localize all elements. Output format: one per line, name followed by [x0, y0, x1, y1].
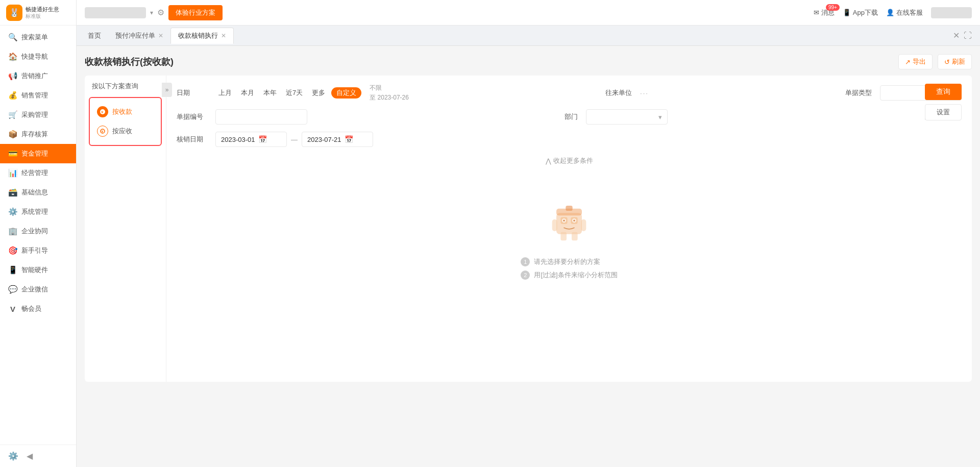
left-panel: 按以下方案查询 ¥ 按收款: [85, 76, 166, 382]
query-btn[interactable]: 查询: [925, 84, 962, 100]
expand-tabs-icon[interactable]: ⛶: [964, 31, 972, 40]
sidebar: 🐰 畅捷通好生意 标准版 🔍 搜索菜单 🏠 快捷导航 📢 营销推广 💰 销售管理…: [0, 0, 77, 467]
sidebar-item-shortcuts[interactable]: 🏠 快捷导航: [0, 47, 76, 66]
export-btn[interactable]: ↗ 导出: [898, 54, 933, 69]
partner-dots[interactable]: ···: [640, 89, 649, 97]
topbar-dropdown-icon[interactable]: ▾: [150, 9, 153, 16]
writeoff-date-start-input[interactable]: 2023-03-01 📅: [215, 132, 287, 147]
sidebar-item-search[interactable]: 🔍 搜索菜单: [0, 28, 76, 47]
sidebar-item-system[interactable]: ⚙️ 系统管理: [0, 202, 76, 222]
search-icon: 🔍: [8, 33, 17, 42]
app-icon: 📱: [843, 9, 851, 16]
doc-no-input[interactable]: [215, 109, 307, 125]
sidebar-item-enterprise[interactable]: 🏢 企业协同: [0, 222, 76, 241]
sidebar-item-purchase[interactable]: 🛒 采购管理: [0, 105, 76, 125]
sales-icon: 💰: [8, 91, 17, 100]
refresh-btn[interactable]: ↺ 刷新: [938, 54, 972, 69]
partner-label: 往来单位: [605, 88, 632, 97]
doc-no-label: 单据编号: [177, 112, 207, 121]
app-download-btn[interactable]: 📱 App下载: [843, 8, 878, 17]
cal-end-icon: 📅: [345, 135, 353, 143]
sidebar-item-operations[interactable]: 📊 经营管理: [0, 163, 76, 183]
date-to-value: 至 2023-07-26: [370, 93, 409, 102]
collapse-more-btn[interactable]: ⋀ 收起更多条件: [541, 154, 598, 167]
messages-btn[interactable]: ✉ 消息 99+: [814, 8, 835, 17]
left-panel-title: 按以下方案查询: [89, 82, 162, 91]
sidebar-item-newbie[interactable]: 🎯 新手引导: [0, 241, 76, 260]
date-label: 日期: [177, 88, 207, 97]
sidebar-logo: 🐰 畅捷通好生意 标准版: [0, 0, 76, 26]
svg-rect-4: [556, 213, 582, 234]
svg-rect-10: [581, 219, 586, 231]
logo-icon: 🐰: [6, 5, 22, 21]
member-icon: V: [8, 305, 17, 313]
industry-btn[interactable]: 体验行业方案: [168, 5, 223, 20]
date-this-month[interactable]: 本月: [238, 87, 257, 99]
left-panel-toggle[interactable]: »: [162, 83, 172, 97]
doc-type-label: 单据类型: [845, 88, 872, 97]
sidebar-item-basic[interactable]: 🗃️ 基础信息: [0, 183, 76, 202]
dept-chevron: ▾: [658, 113, 662, 121]
sidebar-item-wechat[interactable]: 💬 企业微信: [0, 280, 76, 299]
sidebar-item-member[interactable]: V 畅会员: [0, 299, 76, 318]
svg-rect-8: [566, 206, 572, 211]
finance-icon: 💳: [8, 149, 17, 158]
collapse-icon: ⋀: [546, 157, 551, 165]
tabbar: 首页 预付冲应付单 ✕ 收款核销执行 ✕ ✕ ⛶: [77, 26, 980, 46]
writeoff-date-end-input[interactable]: 2023-07-21 📅: [302, 132, 373, 147]
date-custom[interactable]: 自定义: [331, 87, 361, 99]
settings-footer-icon[interactable]: ⚙️: [8, 451, 18, 461]
online-service-btn[interactable]: 👤 在线客服: [886, 8, 923, 17]
purchase-icon: 🛒: [8, 110, 17, 119]
basic-icon: 🗃️: [8, 188, 17, 197]
empty-tips: 1 请先选择要分析的方案 2 用[过滤]条件来缩小分析范围: [521, 257, 617, 280]
home-icon: 🏠: [8, 52, 17, 61]
enterprise-icon: 🏢: [8, 227, 17, 236]
svg-text:¥: ¥: [101, 110, 104, 114]
content-body: 按以下方案查询 ¥ 按收款: [85, 76, 972, 382]
tab-home[interactable]: 首页: [81, 28, 108, 44]
query-scheme-list: ¥ 按收款 ¥ 按应收: [89, 97, 162, 146]
date-this-year[interactable]: 本年: [260, 87, 280, 99]
close-all-tabs-icon[interactable]: ✕: [953, 31, 960, 40]
svg-rect-9: [552, 219, 557, 231]
receivable-scheme-icon: ¥: [97, 126, 108, 137]
query-by-receipt[interactable]: ¥ 按收款: [92, 102, 159, 121]
receipt-scheme-icon: ¥: [97, 106, 108, 117]
empty-tip-2: 2 用[过滤]条件来缩小分析范围: [521, 271, 617, 280]
close-prepay-tab[interactable]: ✕: [158, 32, 163, 39]
tab-writeoff[interactable]: 收款核销执行 ✕: [170, 28, 234, 44]
sidebar-item-finance[interactable]: 💳 资金管理: [0, 144, 76, 163]
collapse-sidebar-icon[interactable]: ◀: [27, 451, 33, 461]
svg-point-15: [563, 220, 565, 222]
wechat-icon: 💬: [8, 285, 17, 294]
hardware-icon: 📱: [8, 265, 17, 275]
empty-illustration: [544, 198, 595, 249]
sidebar-item-inventory[interactable]: 📦 库存核算: [0, 125, 76, 144]
logo-sub: 标准版: [26, 13, 59, 19]
sidebar-item-hardware[interactable]: 📱 智能硬件: [0, 260, 76, 280]
date-range-sep: —: [291, 136, 298, 143]
page-header: 收款核销执行(按收款) ↗ 导出 ↺ 刷新: [85, 54, 972, 69]
service-icon: 👤: [886, 9, 894, 16]
close-writeoff-tab[interactable]: ✕: [221, 32, 226, 39]
cal-start-icon: 📅: [258, 135, 267, 143]
sidebar-item-marketing[interactable]: 📢 营销推广: [0, 66, 76, 86]
empty-state: 1 请先选择要分析的方案 2 用[过滤]条件来缩小分析范围: [177, 167, 962, 310]
date-last-month[interactable]: 上月: [215, 87, 235, 99]
operations-icon: 📊: [8, 168, 17, 178]
setting-btn[interactable]: 设置: [925, 104, 962, 120]
date-more[interactable]: 更多: [309, 87, 328, 99]
tab-prepay[interactable]: 预付冲应付单 ✕: [108, 28, 170, 44]
sidebar-item-sales[interactable]: 💰 销售管理: [0, 86, 76, 105]
dept-select[interactable]: ▾: [586, 109, 668, 125]
topbar: ▾ ⚙ 体验行业方案 ✉ 消息 99+ 📱 App下载 👤 在线客服: [77, 0, 980, 26]
topbar-gear-icon[interactable]: ⚙: [157, 8, 164, 17]
doc-filter-row: 单据编号 部门 ▾ 业务员 ···: [177, 109, 962, 125]
tip-num-2: 2: [521, 271, 530, 280]
topbar-user-info: [931, 7, 972, 18]
query-by-receivable[interactable]: ¥ 按应收: [92, 121, 159, 141]
empty-tip-1: 1 请先选择要分析的方案: [521, 257, 617, 266]
date-last-7days[interactable]: 近7天: [283, 87, 306, 99]
filter-area: 查询 设置 日期 上月 本月 本年 近7天 更多 自定义 不限: [166, 76, 972, 382]
